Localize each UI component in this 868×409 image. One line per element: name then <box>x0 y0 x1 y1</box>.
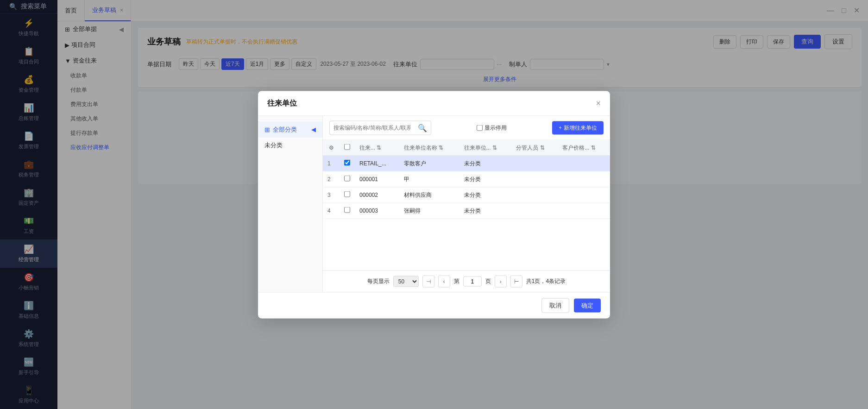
col-check-all[interactable] <box>340 140 355 156</box>
row-category: 未分类 <box>459 187 512 203</box>
col-code-header: 往来... ⇅ <box>355 140 399 156</box>
search-input[interactable] <box>330 122 414 133</box>
dialog-right-panel: 🔍 显示停用 + 新增往来单位 ⚙ <box>323 116 610 292</box>
col-setting[interactable]: ⚙ <box>323 140 340 156</box>
total-info: 共1页，4条记录 <box>526 277 566 285</box>
row-num: 1 <box>323 156 340 171</box>
dialog-table: ⚙ 往来... ⇅ 往来单位名称 ⇅ 往来单位... ⇅ <box>323 140 610 270</box>
search-submit-icon[interactable]: 🔍 <box>414 121 431 134</box>
row-name: 零散客户 <box>399 156 459 171</box>
collapse-arrow[interactable]: ◀ <box>311 126 316 133</box>
page-unit: 页 <box>485 277 491 285</box>
page-number-input[interactable] <box>463 276 482 286</box>
category-uncategorized[interactable]: 未分类 <box>258 137 322 153</box>
row-price <box>558 171 610 187</box>
page-first-button[interactable]: ⊣ <box>422 275 434 287</box>
search-box: 🔍 <box>329 120 431 135</box>
row-price <box>558 187 610 203</box>
category-all[interactable]: ⊞ 全部分类 ◀ <box>258 121 322 137</box>
table-header-row: ⚙ 往来... ⇅ 往来单位名称 ⇅ 往来单位... ⇅ <box>323 140 610 156</box>
add-icon: + <box>559 125 562 131</box>
row-price <box>558 156 610 171</box>
dialog-header: 往来单位 × <box>258 91 610 116</box>
row-checkbox-cell[interactable] <box>340 156 355 171</box>
row-checkbox-cell[interactable] <box>340 203 355 219</box>
dialog-footer: 取消 确定 <box>258 292 610 318</box>
col-price-header: 客户价格... ⇅ <box>558 140 610 156</box>
dialog-close-button[interactable]: × <box>596 98 601 108</box>
check-all-checkbox[interactable] <box>344 144 350 150</box>
row-name: 材料供应商 <box>399 187 459 203</box>
row-checkbox[interactable] <box>344 191 350 197</box>
category-all-icon: ⊞ <box>264 126 270 133</box>
row-code: RETAIL_... <box>355 156 399 171</box>
dialog-title: 往来单位 <box>267 98 297 108</box>
dialog-category-panel: ⊞ 全部分类 ◀ 未分类 <box>258 116 323 292</box>
page-last-button[interactable]: ⊢ <box>510 275 522 287</box>
row-checkbox[interactable] <box>344 207 350 213</box>
show-disabled-label: 显示停用 <box>484 124 507 132</box>
row-manager <box>511 171 558 187</box>
cancel-button[interactable]: 取消 <box>541 298 569 313</box>
dialog-pagination: 每页显示 50 100 200 ⊣ ‹ 第 页 › ⊢ 共1页，4条记录 <box>323 270 610 292</box>
row-num: 2 <box>323 171 340 187</box>
row-category: 未分类 <box>459 203 512 219</box>
row-manager <box>511 203 558 219</box>
col-manager-header: 分管人员 ⇅ <box>511 140 558 156</box>
row-checkbox-cell[interactable] <box>340 171 355 187</box>
counterparty-table: ⚙ 往来... ⇅ 往来单位名称 ⇅ 往来单位... ⇅ <box>323 140 610 219</box>
page-prev-button[interactable]: ‹ <box>438 275 450 287</box>
add-counterparty-button[interactable]: + 新增往来单位 <box>552 121 604 134</box>
page-next-button[interactable]: › <box>495 275 507 287</box>
table-body: 1 RETAIL_... 零散客户 未分类 2 000001 <box>323 156 610 219</box>
category-all-label: 全部分类 <box>273 125 297 133</box>
row-checkbox[interactable] <box>344 160 350 166</box>
dialog-toolbar: 🔍 显示停用 + 新增往来单位 <box>323 116 610 140</box>
row-category: 未分类 <box>459 171 512 187</box>
row-category: 未分类 <box>459 156 512 171</box>
page-label: 第 <box>454 277 459 285</box>
row-code: 000001 <box>355 171 399 187</box>
row-checkbox[interactable] <box>344 176 350 182</box>
per-page-select[interactable]: 50 100 200 <box>393 276 419 287</box>
row-manager <box>511 187 558 203</box>
show-disabled-option: 显示停用 <box>477 124 507 132</box>
uncategorized-label: 未分类 <box>264 141 283 149</box>
dialog-body: ⊞ 全部分类 ◀ 未分类 🔍 显示停用 + 新增 <box>258 116 610 292</box>
row-code: 000003 <box>355 203 399 219</box>
table-row[interactable]: 4 000003 张嗣得 未分类 <box>323 203 610 219</box>
row-price <box>558 203 610 219</box>
row-code: 000002 <box>355 187 399 203</box>
show-disabled-checkbox[interactable] <box>477 125 483 131</box>
table-row[interactable]: 1 RETAIL_... 零散客户 未分类 <box>323 156 610 171</box>
counterparty-dialog: 往来单位 × ⊞ 全部分类 ◀ 未分类 🔍 显示停用 <box>258 91 610 318</box>
row-manager <box>511 156 558 171</box>
col-category-header: 往来单位... ⇅ <box>459 140 512 156</box>
per-page-label: 每页显示 <box>367 277 390 285</box>
row-checkbox-cell[interactable] <box>340 187 355 203</box>
table-row[interactable]: 3 000002 材料供应商 未分类 <box>323 187 610 203</box>
row-name: 甲 <box>399 171 459 187</box>
add-button-label: 新增往来单位 <box>564 124 597 132</box>
col-name-header: 往来单位名称 ⇅ <box>399 140 459 156</box>
confirm-button[interactable]: 确定 <box>574 298 601 312</box>
table-row[interactable]: 2 000001 甲 未分类 <box>323 171 610 187</box>
row-num: 4 <box>323 203 340 219</box>
row-num: 3 <box>323 187 340 203</box>
row-name: 张嗣得 <box>399 203 459 219</box>
